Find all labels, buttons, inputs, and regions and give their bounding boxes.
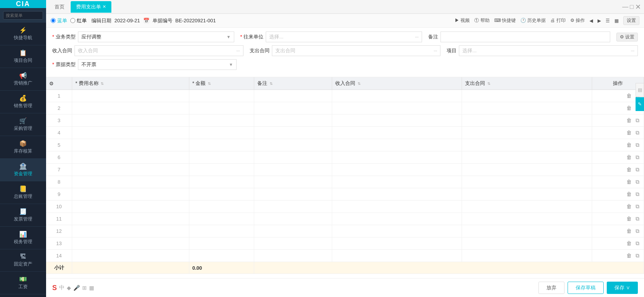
row-copy-btn-5[interactable]: ⧉	[634, 141, 641, 149]
sidebar-item-marketing[interactable]: 📢 营销推广	[0, 68, 46, 91]
row-remark-10[interactable]	[254, 201, 332, 213]
row-delete-btn-7[interactable]: 🗑	[625, 166, 633, 173]
ops-btn[interactable]: ⚙ 操作	[570, 17, 585, 24]
footer-icon-1[interactable]: 中	[59, 284, 65, 291]
sidebar-item-invoice-mgmt[interactable]: 🧾 发票管理	[0, 204, 46, 227]
footer-icon-5[interactable]: ▦	[89, 285, 94, 291]
row-delete-btn-14[interactable]: 🗑	[625, 252, 633, 259]
expense-contract-value[interactable]: 支出合同 ···	[272, 45, 441, 56]
row-expense-name-7[interactable]	[72, 164, 189, 176]
save-button[interactable]: 保存 ∨	[607, 282, 638, 294]
right-float-btn-1[interactable]: ▤	[636, 83, 644, 97]
row-copy-btn-10[interactable]: ⧉	[634, 202, 641, 211]
tab-close-icon[interactable]: ✕	[103, 4, 106, 9]
row-delete-btn-11[interactable]: 🗑	[625, 215, 633, 222]
shortcut-btn[interactable]: ⌨ 快捷键	[494, 17, 516, 24]
row-delete-btn-3[interactable]: 🗑	[625, 116, 633, 124]
project-value[interactable]: 选择... ···	[459, 45, 638, 56]
row-remark-3[interactable]	[254, 114, 332, 127]
sidebar-item-payroll[interactable]: 💵 工资	[0, 272, 46, 294]
row-income-contract-3[interactable]	[332, 114, 462, 127]
row-income-contract-4[interactable]	[332, 127, 462, 139]
row-delete-btn-2[interactable]: 🗑	[625, 104, 633, 112]
prev-btn[interactable]: ◀	[589, 18, 593, 23]
row-delete-btn-1[interactable]: 🗑	[625, 92, 633, 100]
row-expense-contract-1[interactable]	[462, 90, 592, 102]
row-amount-6[interactable]	[189, 151, 254, 164]
settings-button[interactable]: 设置	[623, 16, 639, 25]
row-amount-13[interactable]	[189, 237, 254, 250]
business-type-value[interactable]: 应付调整 ▼	[78, 32, 234, 42]
sidebar-item-capital-mgmt[interactable]: 🏦 资金管理	[0, 159, 46, 181]
red-bill-radio[interactable]	[70, 18, 75, 23]
row-remark-11[interactable]	[254, 213, 332, 225]
row-income-contract-8[interactable]	[332, 176, 462, 188]
sidebar-item-project-contract[interactable]: 📋 项目合同	[0, 45, 46, 68]
sidebar-item-ops-mgmt[interactable]: 📈 经营管理	[0, 294, 46, 297]
row-copy-btn-9[interactable]: ⧉	[634, 190, 641, 198]
row-amount-12[interactable]	[189, 225, 254, 237]
sidebar-item-tax-mgmt[interactable]: 📊 税务管理	[0, 227, 46, 249]
row-remark-13[interactable]	[254, 237, 332, 250]
row-expense-name-6[interactable]	[72, 151, 189, 164]
row-income-contract-9[interactable]	[332, 188, 462, 201]
row-amount-2[interactable]	[189, 102, 254, 114]
row-income-contract-5[interactable]	[332, 139, 462, 151]
row-income-contract-10[interactable]	[332, 201, 462, 213]
row-copy-btn-13[interactable]: ⧉	[634, 239, 641, 247]
window-close-icon[interactable]: ✕	[635, 3, 641, 11]
income-contract-dots[interactable]: ···	[237, 48, 240, 53]
window-maximize-icon[interactable]: □	[630, 3, 634, 10]
project-dots[interactable]: ···	[631, 48, 634, 53]
row-expense-name-5[interactable]	[72, 139, 189, 151]
income-contract-sort-icon[interactable]: ⇅	[358, 81, 361, 86]
sidebar-item-sales-mgmt[interactable]: 💰 销售管理	[0, 91, 46, 113]
row-delete-btn-5[interactable]: 🗑	[625, 141, 633, 149]
row-income-contract-12[interactable]	[332, 225, 462, 237]
sidebar-item-purchase-mgmt[interactable]: 🛒 采购管理	[0, 113, 46, 136]
income-contract-value[interactable]: 收入合同 ···	[74, 45, 243, 56]
row-remark-4[interactable]	[254, 127, 332, 139]
row-income-contract-1[interactable]	[332, 90, 462, 102]
settings-btn-right[interactable]: ⚙ 设置	[616, 33, 638, 41]
row-expense-contract-14[interactable]	[462, 250, 592, 262]
row-expense-name-9[interactable]	[72, 188, 189, 201]
row-income-contract-14[interactable]	[332, 250, 462, 262]
right-float-btn-2[interactable]: ✎	[636, 97, 644, 111]
row-delete-btn-6[interactable]: 🗑	[625, 153, 633, 161]
row-expense-name-11[interactable]	[72, 213, 189, 225]
grid-view-btn[interactable]: ▦	[614, 18, 619, 23]
row-delete-btn-9[interactable]: 🗑	[625, 190, 633, 198]
row-expense-name-8[interactable]	[72, 176, 189, 188]
expense-name-sort-icon[interactable]: ⇅	[101, 81, 104, 86]
discard-button[interactable]: 放弃	[538, 282, 565, 294]
row-remark-6[interactable]	[254, 151, 332, 164]
counterparty-dots[interactable]: ···	[415, 35, 419, 39]
red-bill-radio-label[interactable]: 红单	[70, 17, 87, 24]
row-expense-name-1[interactable]	[72, 90, 189, 102]
print-btn[interactable]: 🖨 打印	[550, 17, 565, 24]
row-copy-btn-7[interactable]: ⧉	[634, 166, 641, 174]
row-expense-contract-13[interactable]	[462, 237, 592, 250]
list-view-btn[interactable]: ☰	[606, 18, 610, 23]
footer-icon-4[interactable]: ⊞	[82, 285, 87, 291]
row-expense-contract-9[interactable]	[462, 188, 592, 201]
row-expense-name-3[interactable]	[72, 114, 189, 127]
footer-icon-2[interactable]: ◆	[67, 285, 71, 291]
row-remark-8[interactable]	[254, 176, 332, 188]
row-copy-btn-14[interactable]: ⧉	[634, 252, 641, 260]
row-remark-2[interactable]	[254, 102, 332, 114]
sidebar-item-quick-nav[interactable]: ⚡ 快捷导航	[0, 23, 46, 45]
row-delete-btn-10[interactable]: 🗑	[625, 202, 633, 210]
row-remark-9[interactable]	[254, 188, 332, 201]
help-btn[interactable]: ① 帮助	[474, 17, 489, 24]
row-expense-name-10[interactable]	[72, 201, 189, 213]
expense-contract-dots[interactable]: ···	[434, 48, 437, 53]
footer-icon-3[interactable]: 🎤	[73, 285, 80, 291]
sidebar-item-accounting[interactable]: 📒 总账管理	[0, 181, 46, 204]
row-expense-name-2[interactable]	[72, 102, 189, 114]
row-expense-contract-3[interactable]	[462, 114, 592, 127]
row-delete-btn-12[interactable]: 🗑	[625, 227, 633, 235]
row-expense-name-13[interactable]	[72, 237, 189, 250]
row-expense-contract-10[interactable]	[462, 201, 592, 213]
